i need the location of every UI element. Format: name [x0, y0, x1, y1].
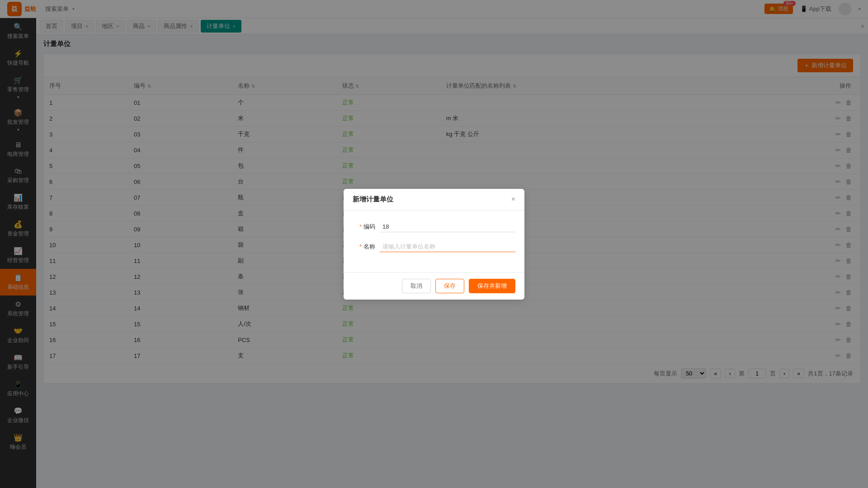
- form-name-label: *名称: [353, 243, 380, 251]
- modal-close-button[interactable]: ×: [511, 195, 515, 203]
- save-and-new-button[interactable]: 保存并新增: [469, 279, 515, 293]
- modal-footer: 取消 保存 保存并新增: [344, 272, 524, 300]
- modal-body: *编码 *名称: [344, 211, 524, 272]
- modal-title: 新增计量单位: [353, 195, 393, 204]
- form-row-name: *名称: [353, 241, 515, 252]
- code-input[interactable]: [380, 221, 515, 232]
- form-code-label: *编码: [353, 223, 380, 231]
- cancel-button[interactable]: 取消: [402, 279, 431, 293]
- modal-overlay[interactable]: 新增计量单位 × *编码 *名称 取消 保存 保存并新增: [0, 0, 868, 488]
- modal-header: 新增计量单位 ×: [344, 189, 524, 211]
- required-star-name: *: [359, 243, 362, 250]
- save-button[interactable]: 保存: [435, 279, 464, 293]
- add-unit-modal: 新增计量单位 × *编码 *名称 取消 保存 保存并新增: [344, 189, 524, 300]
- required-star-code: *: [359, 223, 362, 230]
- name-input[interactable]: [380, 241, 515, 252]
- form-row-code: *编码: [353, 221, 515, 232]
